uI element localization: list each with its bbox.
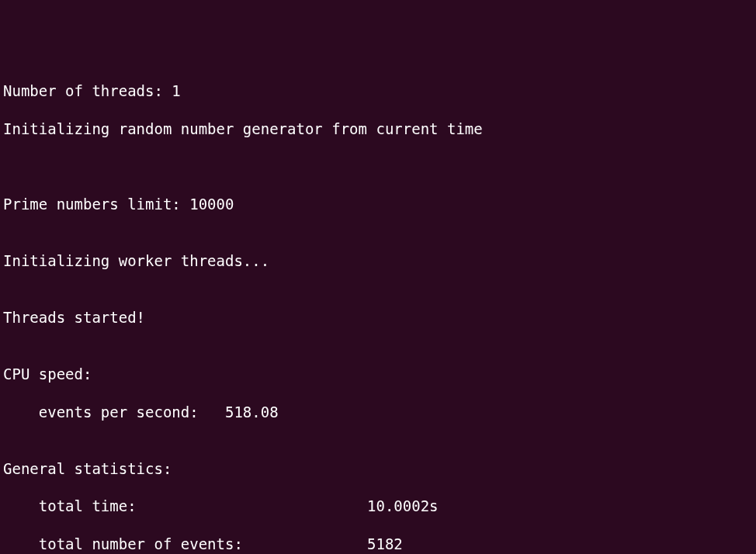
terminal-output-line: events per second: 518.08 xyxy=(3,403,753,421)
terminal-output-line: Initializing random number generator fro… xyxy=(3,119,753,138)
terminal-output-line: CPU speed: xyxy=(3,365,753,383)
terminal-output-line: Prime numbers limit: 10000 xyxy=(3,195,753,213)
terminal-output-line: Threads started! xyxy=(3,308,753,327)
terminal-output-line: total time: 10.0002s xyxy=(3,497,753,515)
terminal-output-line: Number of threads: 1 xyxy=(3,81,753,100)
terminal-output-line: General statistics: xyxy=(3,459,753,478)
terminal-output-line: total number of events: 5182 xyxy=(3,535,753,553)
terminal-output-line: Initializing worker threads... xyxy=(3,251,753,270)
